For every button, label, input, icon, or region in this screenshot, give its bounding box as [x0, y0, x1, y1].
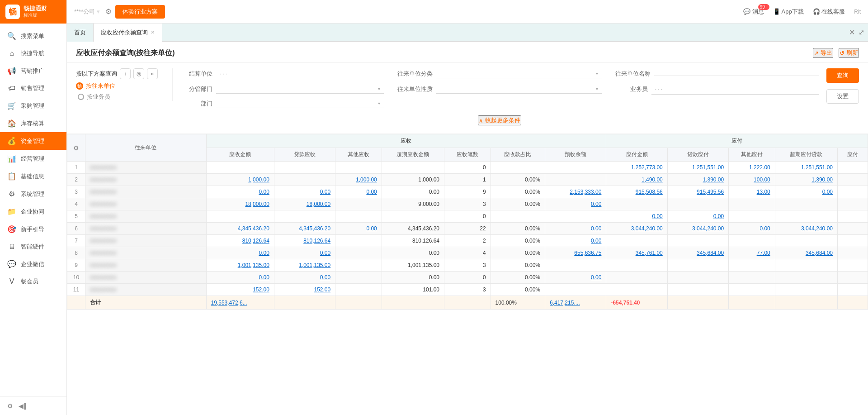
- sidebar-item-search[interactable]: 🔍搜索菜单: [0, 27, 66, 45]
- filter-by-salesperson[interactable]: 按业务员: [78, 93, 165, 101]
- table-row: 7■■■■■■■■810,126.64810,126.64810,126.642…: [67, 235, 868, 247]
- filter-label-nature: 往来单位性质: [397, 85, 433, 93]
- sidebar-item-nav[interactable]: ⌂快捷导航: [0, 45, 66, 62]
- gear-icon[interactable]: ⚙: [105, 7, 112, 16]
- sidebar-item-member[interactable]: V畅会员: [0, 273, 66, 290]
- footer-ar-loan: [274, 296, 335, 310]
- tab-ar-ap[interactable]: 应收应付余额查询 ✕: [94, 24, 162, 42]
- sidebar-item-operations[interactable]: 📊经营管理: [0, 150, 66, 167]
- sidebar-logo: 畅 畅捷通财 标准版: [0, 0, 66, 24]
- query-btn[interactable]: 查询: [826, 68, 859, 83]
- topbar: ****公司 ▾ ⚙ 体验行业方案 💬 消息 99+ 📱 App下载 🎧 在线客…: [67, 0, 868, 24]
- sidebar-label-sales: 销售管理: [21, 84, 44, 92]
- filter-by-partner[interactable]: 畅 按往来单位: [76, 82, 165, 90]
- sales-icon: 🏷: [7, 84, 16, 92]
- sidebar-item-sales[interactable]: 🏷销售管理: [0, 80, 66, 97]
- filter-label-settlement: 结算单位: [180, 70, 212, 78]
- filter-input-dept[interactable]: ▾: [216, 85, 384, 94]
- footer-ar-other: [335, 296, 382, 310]
- sidebar-label-marketing: 营销推广: [21, 67, 44, 75]
- sidebar-label-purchase: 采购管理: [21, 102, 44, 110]
- sidebar-item-purchase[interactable]: 🛒采购管理: [0, 97, 66, 114]
- tabbar: 首页 应收应付余额查询 ✕ ✕ ⤢: [67, 24, 868, 42]
- solution-btn[interactable]: 体验行业方案: [115, 5, 165, 19]
- th-ar-amount: 应收金额: [206, 148, 274, 162]
- footer-ar-overdue: [382, 296, 444, 310]
- table-row: 8■■■■■■■■0.000.000.0040.00%655,636.75345…: [67, 247, 868, 259]
- topbar-right: 💬 消息 99+ 📱 App下载 🎧 在线客服 Rit: [743, 8, 861, 16]
- table-settings-icon[interactable]: ⚙: [73, 144, 79, 152]
- th-partner: 往来单位: [85, 134, 207, 162]
- main-content: 应收应付余额查询(按往来单位) ↗ 导出 ↺ 刷新 按以下方案查询 ＋ ◎ «: [67, 42, 868, 415]
- tab-close-btn[interactable]: ✕: [151, 29, 155, 35]
- sidebar-item-marketing[interactable]: 📢营销推广: [0, 62, 66, 80]
- footer-ar-count: [444, 296, 491, 310]
- filter-partner-name: 往来单位名称: [615, 68, 819, 79]
- th-group-ar: 应收: [206, 134, 606, 148]
- settings-footer-btn[interactable]: ⚙: [7, 402, 13, 410]
- th-ar-loan: 贷款应收: [274, 148, 335, 162]
- settings-scheme-btn[interactable]: ◎: [133, 68, 144, 79]
- sidebar-item-basic[interactable]: 📋基础信息: [0, 167, 66, 185]
- online-service-btn[interactable]: 🎧 在线客服: [813, 8, 845, 16]
- footer-ar-prepay[interactable]: 6,417,215....: [545, 296, 606, 310]
- tab-home[interactable]: 首页: [67, 24, 94, 42]
- wechat-icon: 💬: [7, 260, 16, 268]
- table-row: 2■■■■■■■■1,000.001,000.001,000.0010.00%1…: [67, 174, 868, 186]
- sidebar-item-inventory[interactable]: 🏠库存核算: [0, 114, 66, 132]
- table-area: ⚙ 往来单位 应收 应付 应收金额 贷款应收 其他应收 超期应收金额 应收笔数 …: [67, 134, 868, 415]
- scheme-label-group: 按以下方案查询 ＋ ◎ «: [76, 68, 158, 79]
- footer-ap-other: [729, 296, 775, 310]
- collapse-scheme-btn[interactable]: «: [147, 68, 158, 79]
- collapse-btn[interactable]: ∧ 收起更多条件: [478, 115, 521, 125]
- filter-input-dept2[interactable]: ▾: [216, 99, 384, 108]
- sidebar-menu: 🔍搜索菜单⌂快捷导航📢营销推广🏷销售管理🛒采购管理🏠库存核算💰资金管理📊经营管理…: [0, 24, 66, 396]
- filter-input-salesperson[interactable]: ···: [651, 84, 819, 95]
- sidebar-label-system: 系统管理: [21, 190, 44, 198]
- user-display: Rit: [854, 9, 861, 15]
- filter-label-dept: 分管部门: [180, 85, 212, 93]
- collapse-footer-btn[interactable]: ◀‖: [19, 402, 27, 410]
- footer-ar-total[interactable]: 19,553,472,6...: [206, 296, 274, 310]
- messages-badge-container[interactable]: 💬 消息 99+: [743, 8, 764, 16]
- purchase-icon: 🛒: [7, 101, 16, 110]
- filter-label-dept2: 部门: [180, 100, 212, 108]
- filter-input-partner-name[interactable]: [654, 72, 819, 76]
- inactive-circle: [78, 94, 84, 100]
- scheme-label: 按以下方案查询: [76, 70, 117, 78]
- export-btn[interactable]: ↗ 导出: [813, 48, 833, 58]
- tab-close-window-btn[interactable]: ✕: [849, 28, 855, 37]
- sidebar-item-finance[interactable]: 💰资金管理: [0, 132, 66, 150]
- filter-input-settlement[interactable]: ···: [216, 68, 384, 79]
- tab-maximize-btn[interactable]: ⤢: [859, 28, 864, 37]
- page-title: 应收应付余额查询(按往来单位): [76, 48, 175, 58]
- add-scheme-btn[interactable]: ＋: [120, 68, 131, 79]
- refresh-btn[interactable]: ↺ 刷新: [839, 48, 859, 58]
- table-row: 1■■■■■■■■01,252,773.001,251,551.001,222.…: [67, 162, 868, 174]
- sidebar-item-enterprise[interactable]: 📁企业协同: [0, 203, 66, 220]
- th-settings[interactable]: ⚙: [67, 134, 85, 162]
- th-ar-ratio: 应收款占比: [491, 148, 545, 162]
- topbar-breadcrumb: ****公司 ▾: [74, 8, 100, 16]
- sidebar-label-finance: 资金管理: [21, 137, 44, 145]
- refresh-icon: ↺: [840, 50, 844, 57]
- table-body: 1■■■■■■■■01,252,773.001,251,551.001,222.…: [67, 162, 868, 296]
- table-row: 3■■■■■■■■0.000.000.000.0090.00%2,153,333…: [67, 186, 868, 198]
- sidebar-item-guide[interactable]: 🎯新手引导: [0, 220, 66, 238]
- th-group-ap: 应付: [606, 134, 868, 148]
- sidebar-item-wechat[interactable]: 💬企业微信: [0, 255, 66, 273]
- filter-partner-nature: 往来单位性质 ▾: [397, 84, 601, 95]
- table-row: 6■■■■■■■■4,345,436.204,345,436.200.004,3…: [67, 223, 868, 235]
- filter-input-nature[interactable]: ▾: [436, 85, 601, 94]
- th-ar-overdue: 超期应收金额: [382, 148, 444, 162]
- app-download-btn[interactable]: 📱 App下载: [773, 8, 804, 16]
- sidebar-item-hardware[interactable]: 🖥智能硬件: [0, 238, 66, 255]
- footer-ap-loan: [667, 296, 728, 310]
- sidebar-item-system[interactable]: ⚙系统管理: [0, 185, 66, 203]
- filter-input-partner-cat[interactable]: ▾: [436, 69, 601, 78]
- sidebar-label-wechat: 企业微信: [21, 260, 44, 268]
- filter-area: 按以下方案查询 ＋ ◎ « 畅 按往来单位 按业务员: [67, 63, 868, 134]
- export-icon: ↗: [814, 50, 819, 57]
- filter-label-partner-name: 往来单位名称: [615, 70, 651, 78]
- setting-btn[interactable]: 设置: [826, 89, 859, 104]
